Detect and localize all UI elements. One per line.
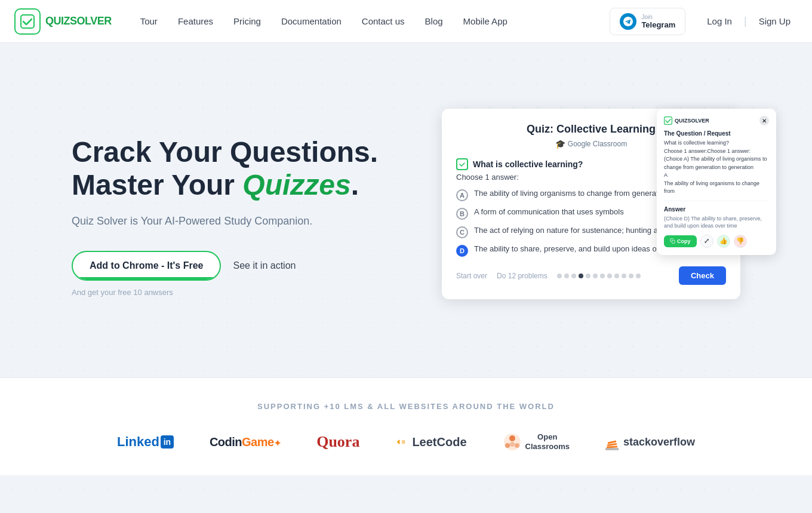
navbar: QUIZSOLVER Tour Features Pricing Documen… [0,0,812,43]
panel-logo: QUIZSOLVER [664,116,709,125]
dot-3 [571,274,576,278]
openclassrooms-logo: OpenClassrooms [503,432,570,451]
dot-8 [607,274,612,278]
dot-7 [600,274,605,278]
logos-row: Linked in CodinGame✦ Quora LeetCode [48,432,764,451]
leetcode-logo: LeetCode [395,435,466,449]
option-text-b: A form of communication that uses symbol… [474,207,624,216]
panel-header: QUIZSOLVER ✕ [664,116,769,125]
expand-button[interactable]: ⤢ [700,235,713,248]
quiz-footer-left: Start over Do 12 problems [456,272,641,280]
supporting-title: SUPPORTING +10 LMS & ALL WEBSITES AROUND… [48,402,764,411]
telegram-label-group: Join Telegram [641,14,675,29]
nav-pricing[interactable]: Pricing [224,11,270,31]
nav-divider: | [744,15,747,27]
svg-point-7 [510,442,515,447]
hero-subtitle: Quiz Solver is Your AI-Powered Study Com… [72,213,382,229]
quiz-footer: Start over Do 12 problems [456,266,726,285]
copy-label: Copy [677,238,691,244]
check-button[interactable]: Check [679,266,726,285]
signup-link[interactable]: Sign Up [752,11,798,31]
dislike-button[interactable]: 👎 [734,235,747,248]
logo[interactable]: QUIZSOLVER [14,8,112,35]
svg-point-6 [515,443,519,448]
dot-9 [614,274,619,278]
dot-4 [579,274,583,278]
linkedin-logo: Linked in [117,434,174,450]
hero-note: And get your free 10 anwsers [72,288,382,297]
svg-point-5 [505,443,510,448]
dot-5 [586,274,590,278]
stackoverflow-logo: stackoverflow [605,434,695,450]
start-over-link[interactable]: Start over [456,272,487,280]
see-in-action-button[interactable]: See it in action [233,260,296,271]
panel-question-section-title: The Question / Request [664,130,769,137]
nav-features[interactable]: Features [168,11,223,31]
hero-title: Crack Your Questions. Master Your Quizze… [72,136,382,201]
quora-logo: Quora [316,433,359,451]
quiz-check-icon [456,158,468,170]
telegram-icon [620,13,636,30]
supporting-section: SUPPORTING +10 LMS & ALL WEBSITES AROUND… [0,377,812,475]
hero-buttons: Add to Chrome - It's Free See it in acti… [72,251,382,281]
google-classroom-icon: 🎓 [555,139,565,149]
panel-logo-text: QUIZSOLVER [675,118,709,124]
logo-icon [14,8,41,35]
option-circle-c: C [456,226,468,238]
telegram-button[interactable]: Join Telegram [610,8,685,35]
option-circle-a: A [456,189,468,201]
quiz-dots [557,274,641,278]
dot-12 [636,274,641,278]
panel-answer-text: (Choice D) The ability to share, preserv… [664,215,769,230]
svg-rect-2 [672,241,675,244]
logo-text: QUIZSOLVER [45,15,112,27]
dot-6 [593,274,598,278]
dot-1 [557,274,562,278]
login-link[interactable]: Log In [700,11,739,31]
hero-section: Crack Your Questions. Master Your Quizze… [0,43,812,377]
hero-right: Quiz: Collective Learning 🎓 Google Class… [418,109,764,324]
panel-actions: Copy ⤢ 👍 👎 [664,235,769,248]
svg-point-4 [509,435,515,441]
nav-tour[interactable]: Tour [131,11,167,31]
hero-left: Crack Your Questions. Master Your Quizze… [72,136,382,297]
dot-10 [622,274,626,278]
dot-11 [629,274,633,278]
dot-2 [564,274,569,278]
option-text-d: The ability to share, preserve, and buil… [474,244,684,253]
option-circle-d: D [456,245,468,257]
nav-blog[interactable]: Blog [416,11,453,31]
solver-panel: QUIZSOLVER ✕ The Question / Request What… [657,109,776,255]
like-button[interactable]: 👍 [717,235,730,248]
codingame-logo: CodinGame✦ [210,435,281,449]
nav-mobile[interactable]: Mobile App [454,11,517,31]
nav-contact[interactable]: Contact us [352,11,414,31]
nav-links: Tour Features Pricing Documentation Cont… [131,11,610,31]
add-to-chrome-button[interactable]: Add to Chrome - It's Free [72,251,221,281]
nav-documentation[interactable]: Documentation [272,11,351,31]
option-circle-b: B [456,208,468,220]
copy-button[interactable]: Copy [664,235,697,247]
do-problems-label: Do 12 problems [497,272,548,280]
panel-close-button[interactable]: ✕ [759,116,769,125]
nav-auth: Log In | Sign Up [700,11,798,31]
panel-answer-title: Answer [664,206,769,213]
panel-question-content: What is collective learning?Choose 1 ans… [664,139,769,201]
